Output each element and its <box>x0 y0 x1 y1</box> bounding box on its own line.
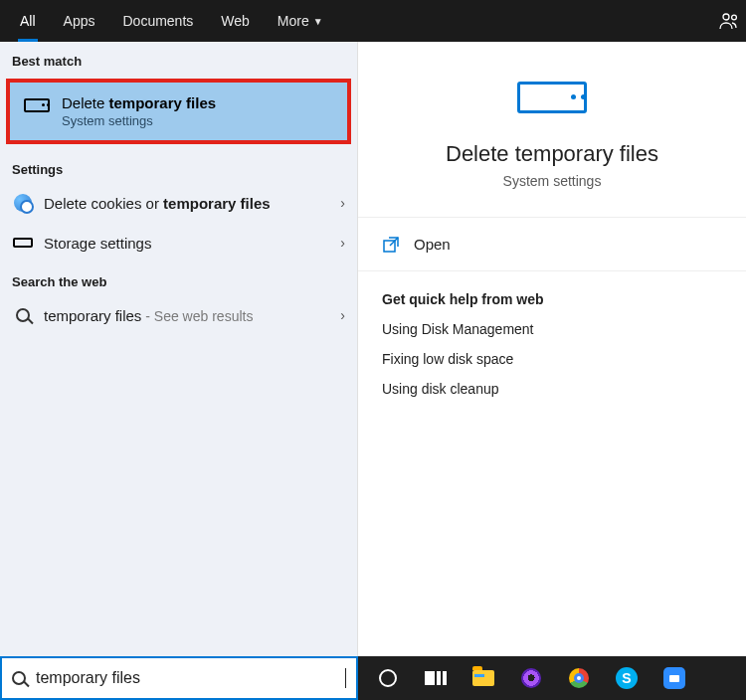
result-web-search[interactable]: temporary files - See web results › <box>0 295 357 335</box>
svg-point-1 <box>732 15 737 20</box>
search-icon <box>12 671 26 685</box>
tab-documents[interactable]: Documents <box>108 0 207 42</box>
best-match-subtitle: System settings <box>62 113 216 128</box>
chevron-right-icon: › <box>340 195 345 211</box>
preview-title: Delete temporary files <box>446 141 658 167</box>
chevron-down-icon: ▼ <box>313 16 323 27</box>
open-label: Open <box>414 236 451 253</box>
task-view-button[interactable] <box>414 658 458 698</box>
chrome-button[interactable] <box>557 658 601 698</box>
result-label: Delete cookies or temporary files <box>44 195 340 212</box>
disc-icon <box>521 668 541 688</box>
help-heading: Get quick help from web <box>382 291 722 307</box>
open-icon <box>382 236 400 254</box>
svg-point-0 <box>723 14 729 20</box>
help-link-low-disk-space[interactable]: Fixing low disk space <box>382 351 722 367</box>
best-match-result[interactable]: Delete temporary files System settings <box>6 79 351 144</box>
results-panel: Best match Delete temporary files System… <box>0 42 358 656</box>
chevron-right-icon: › <box>340 307 345 323</box>
search-input[interactable] <box>36 669 345 687</box>
tab-apps[interactable]: Apps <box>50 0 109 42</box>
preview-panel: Delete temporary files System settings O… <box>358 42 746 656</box>
zoom-button[interactable] <box>653 658 696 698</box>
section-settings: Settings <box>0 150 357 183</box>
skype-button[interactable]: S <box>605 658 649 698</box>
section-search-web: Search the web <box>0 262 357 295</box>
circle-icon <box>379 669 397 687</box>
search-box[interactable] <box>0 656 358 700</box>
result-label: temporary files - See web results <box>44 307 340 324</box>
search-scope-tabs: All Apps Documents Web More ▼ <box>0 0 746 42</box>
cortana-button[interactable] <box>366 658 410 698</box>
chevron-right-icon: › <box>340 235 345 251</box>
media-app-button[interactable] <box>509 658 553 698</box>
preview-subtitle: System settings <box>503 173 602 189</box>
globe-cookie-icon <box>14 194 32 212</box>
text-caret <box>345 668 346 688</box>
help-link-disk-cleanup[interactable]: Using disk cleanup <box>382 381 722 397</box>
taskbar: S <box>358 656 746 700</box>
tab-more[interactable]: More ▼ <box>264 0 337 42</box>
result-storage-settings[interactable]: Storage settings › <box>0 223 357 262</box>
chrome-icon <box>569 668 589 688</box>
drive-icon <box>13 238 33 248</box>
task-view-icon <box>425 671 447 685</box>
people-icon[interactable] <box>718 10 740 32</box>
help-link-disk-management[interactable]: Using Disk Management <box>382 321 722 337</box>
open-action[interactable]: Open <box>358 218 746 271</box>
result-delete-cookies[interactable]: Delete cookies or temporary files › <box>0 183 357 223</box>
best-match-title: Delete temporary files <box>62 94 216 111</box>
result-label: Storage settings <box>44 235 340 252</box>
section-best-match: Best match <box>0 42 357 75</box>
skype-icon: S <box>616 667 638 689</box>
drive-icon <box>24 98 50 112</box>
tab-more-label: More <box>278 13 309 29</box>
tab-all[interactable]: All <box>6 0 50 42</box>
search-icon <box>16 308 30 322</box>
file-explorer-button[interactable] <box>462 658 505 698</box>
folder-icon <box>472 670 494 686</box>
drive-icon <box>517 82 587 113</box>
tab-web[interactable]: Web <box>207 0 264 42</box>
zoom-icon <box>663 667 685 689</box>
